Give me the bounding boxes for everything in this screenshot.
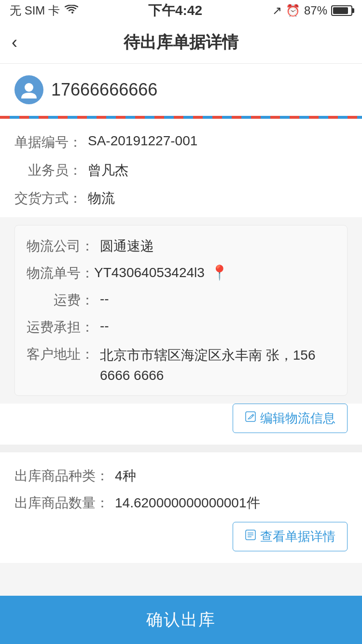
customer-phone: 17666666666 [51,80,157,100]
salesman-row: 业务员： 曾凡杰 [14,161,348,180]
delivery-row: 交货方式： 物流 [14,189,348,208]
view-details-label: 查看单据详情 [260,528,335,545]
edit-logistics-button[interactable]: 编辑物流信息 [233,404,348,433]
goods-type-label: 出库商品种类： [14,467,109,485]
edit-btn-row: 编辑物流信息 [0,404,362,445]
order-no-label: 单据编号： [14,133,82,152]
salesman-label: 业务员： [14,161,82,180]
logistics-card: 物流公司： 圆通速递 物流单号： YT43064053424l3 📍 运费： -… [14,225,348,396]
delivery-label: 交货方式： [14,189,82,208]
edit-logistics-label: 编辑物流信息 [260,410,335,427]
logistics-company-label: 物流公司： [27,237,94,255]
freight-bearer-row: 运费承担： -- [27,318,335,336]
back-button[interactable]: ‹ [12,32,17,53]
goods-quantity-value: 14.620000000000001件 [115,494,260,512]
svg-point-0 [25,83,33,92]
freight-bearer-label: 运费承担： [27,318,94,336]
logistics-tracking-label: 物流单号： [27,264,94,282]
order-info-section: 单据编号： SA-20191227-001 业务员： 曾凡杰 交货方式： 物流 [0,119,362,217]
freight-label: 运费： [27,291,94,309]
goods-quantity-row: 出库商品数量： 14.620000000000001件 [14,494,348,512]
status-bar: 无 SIM 卡 下午4:42 ↗ ⏰ 87% [0,0,362,21]
order-no-value: SA-20191227-001 [88,133,348,149]
tracking-no-value: YT43064053424l3 [94,265,205,280]
alarm-icon: ⏰ [286,4,300,17]
view-btn-row: 查看单据详情 [0,522,362,563]
location-status-icon: ↗ [272,4,282,17]
main-content: 17666666666 单据编号： SA-20191227-001 业务员： 曾… [0,64,362,644]
status-time: 下午4:42 [148,1,202,20]
tracking-row: YT43064053424l3 📍 [94,264,228,281]
goods-type-value: 4种 [115,467,136,485]
salesman-value: 曾凡杰 [88,161,348,180]
section-separator [0,445,362,452]
view-details-icon [245,529,256,544]
nav-bar: ‹ 待出库单据详情 [0,21,362,64]
freight-bearer-value: -- [100,318,335,334]
logistics-company-value: 圆通速递 [100,237,335,255]
freight-row: 运费： -- [27,291,335,309]
view-details-button[interactable]: 查看单据详情 [233,522,348,551]
address-value: 北京市市辖区海淀区永丰南 张，156 6666 6666 [100,345,335,386]
goods-type-row: 出库商品种类： 4种 [14,467,348,485]
address-label: 客户地址： [27,345,94,364]
freight-value: -- [100,291,335,307]
battery-icon [331,5,352,16]
address-row: 客户地址： 北京市市辖区海淀区永丰南 张，156 6666 6666 [27,345,335,386]
confirm-btn-area[interactable]: 确认出库 [0,596,362,644]
goods-quantity-label: 出库商品数量： [14,494,109,512]
battery-fill [333,7,348,14]
delivery-value: 物流 [88,189,348,208]
confirm-btn-text: 确认出库 [146,609,216,631]
customer-section: 17666666666 [0,64,362,116]
edit-icon [245,411,256,426]
page-title: 待出库单据详情 [124,31,238,54]
logistics-tracking-row: 物流单号： YT43064053424l3 📍 [27,264,335,282]
status-right: ↗ ⏰ 87% [272,4,352,17]
logistics-company-row: 物流公司： 圆通速递 [27,237,335,255]
order-no-row: 单据编号： SA-20191227-001 [14,133,348,152]
status-left: 无 SIM 卡 [10,3,78,18]
tracking-location-icon[interactable]: 📍 [210,264,228,281]
goods-section: 出库商品种类： 4种 出库商品数量： 14.620000000000001件 [0,452,362,522]
battery-percent: 87% [304,4,327,17]
carrier-text: 无 SIM 卡 [10,3,60,18]
customer-avatar [14,75,43,104]
wifi-icon [65,4,78,17]
